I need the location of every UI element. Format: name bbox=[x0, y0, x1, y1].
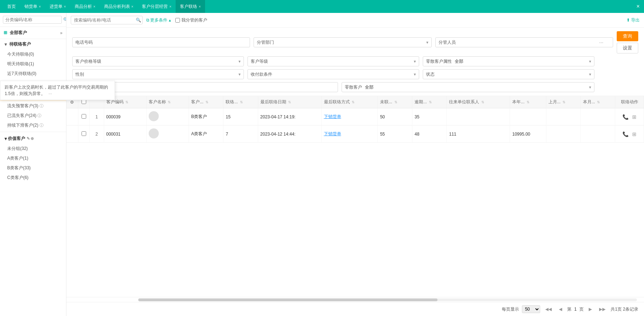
col-last-method-header[interactable]: 最后联络方式 ⇅ bbox=[321, 96, 378, 108]
window-close-icon[interactable]: × bbox=[636, 3, 640, 10]
my-customers-checkbox-wrap[interactable]: 我分管的客户 bbox=[175, 17, 207, 23]
row1-select-checkbox[interactable] bbox=[82, 114, 86, 119]
col-name-header[interactable]: 客户名称 ⇅ bbox=[146, 96, 189, 108]
sidebar-search-input[interactable] bbox=[3, 16, 62, 24]
col-last-month-header[interactable]: 上月... ⇅ bbox=[546, 96, 580, 108]
nav-customer-segment[interactable]: 客户分层经营 × bbox=[138, 0, 176, 13]
sidebar-item-7days[interactable]: 近7天待联络(0) bbox=[0, 69, 66, 79]
sidebar-item-class-c[interactable]: C类客户(6) bbox=[0, 173, 66, 183]
next-page-btn[interactable]: ▶ bbox=[587, 306, 594, 312]
col-overdue-header[interactable]: 逾期... ⇅ bbox=[412, 96, 447, 108]
add-icon[interactable]: ⊕ bbox=[31, 136, 34, 141]
info-icon-3[interactable]: ⓘ bbox=[37, 113, 41, 118]
sidebar-search-icon[interactable]: 🔍 bbox=[63, 17, 66, 22]
nav-product-analysis[interactable]: 商品分析 × bbox=[70, 0, 100, 13]
row2-checkbox[interactable] bbox=[78, 126, 89, 143]
col-date-sort-icon[interactable]: ⇅ bbox=[288, 100, 291, 104]
col-unit-sort-icon[interactable]: ⇅ bbox=[481, 100, 484, 104]
nav-purchase-close[interactable]: × bbox=[64, 5, 66, 9]
row2-more-icon[interactable]: ⊞ bbox=[632, 131, 636, 137]
payment-field[interactable]: 收付款条件 ▼ bbox=[247, 69, 419, 79]
arrow-down-icon: ▼ bbox=[4, 42, 8, 47]
col-thismonth-sort-icon[interactable]: ⇅ bbox=[597, 100, 600, 104]
manager-field[interactable]: 分管人员 ··· bbox=[435, 37, 613, 47]
row1-more-icon[interactable]: ⊞ bbox=[632, 114, 636, 120]
sidebar-item-tomorrow[interactable]: 明天待联络(1) bbox=[0, 59, 66, 69]
row2-last-method[interactable]: 下销货单 bbox=[321, 126, 378, 143]
sidebar-collapse-icon[interactable]: » bbox=[60, 30, 62, 36]
sidebar-item-churn-warning[interactable]: 流失预警客户(3) ⓘ bbox=[0, 101, 66, 111]
retail-customer-field[interactable]: 零散客户 全部 ▼ bbox=[342, 82, 594, 92]
sidebar-item-churned[interactable]: 已流失客户(24) ⓘ bbox=[0, 111, 66, 121]
nav-home[interactable]: 首页 bbox=[3, 0, 20, 13]
col-uncontacted-sort-icon[interactable]: ⇅ bbox=[394, 100, 397, 104]
nav-product-analysis-list[interactable]: 商品分析列表 × bbox=[100, 0, 138, 13]
per-page-select[interactable]: 50 20 100 bbox=[522, 305, 540, 313]
info-icon-4[interactable]: ⓘ bbox=[40, 123, 43, 128]
nav-purchase[interactable]: 进货单 × bbox=[45, 0, 70, 13]
price-level-field[interactable]: 客户价格等级 ▼ bbox=[72, 56, 244, 66]
col-count-sort-icon[interactable]: ⇅ bbox=[240, 100, 243, 104]
col-contact-count-header[interactable]: 联络... ⇅ bbox=[223, 96, 258, 108]
nav-sales-close[interactable]: × bbox=[39, 5, 41, 9]
sidebar-group-value[interactable]: ▼ 价值客户 ✎ ⊕ bbox=[0, 133, 66, 144]
manager-dots-icon[interactable]: ··· bbox=[599, 39, 603, 45]
col-lastmonth-sort-icon[interactable]: ⇅ bbox=[562, 100, 565, 104]
h-scrollbar-thumb[interactable] bbox=[138, 298, 437, 301]
nav-customer-contact[interactable]: 客户联络 × bbox=[176, 0, 205, 13]
sidebar-group-pending[interactable]: ▼ 待联络客户 bbox=[0, 39, 66, 49]
gender-field[interactable]: 性别 ▼ bbox=[72, 69, 244, 79]
col-overdue-sort-icon[interactable]: ⇅ bbox=[429, 100, 432, 104]
nav-segment-close[interactable]: × bbox=[169, 5, 171, 9]
row1-num: 1 bbox=[89, 108, 104, 126]
first-page-btn[interactable]: ◀◀ bbox=[543, 306, 554, 312]
edit-icon[interactable]: ✎ bbox=[27, 136, 30, 141]
filter-bar: 🔍 ⧉ 更多条件 ▲ 我分管的客户 ⬆ 导出 bbox=[66, 13, 644, 28]
col-year-sort-icon[interactable]: ⇅ bbox=[527, 100, 529, 104]
nav-sales[interactable]: 销货单 × bbox=[20, 0, 45, 13]
export-btn[interactable]: ⬆ 导出 bbox=[626, 17, 640, 23]
query-button[interactable]: 查询 bbox=[617, 31, 638, 41]
col-code-sort-icon[interactable]: ⇅ bbox=[125, 100, 128, 104]
col-method-sort-icon[interactable]: ⇅ bbox=[352, 100, 355, 104]
tooltip-more-icon[interactable]: ··· bbox=[48, 91, 52, 96]
col-type-header[interactable]: 客户... ⇅ bbox=[189, 96, 223, 108]
last-page-btn[interactable]: ▶▶ bbox=[597, 306, 608, 312]
main-search-icon[interactable]: 🔍 bbox=[136, 18, 141, 23]
sidebar-item-today[interactable]: 今天待联络(0) bbox=[0, 49, 66, 59]
row2-actions: 📞 ⊞ bbox=[615, 126, 644, 143]
row1-phone-icon[interactable]: 📞 bbox=[622, 114, 629, 120]
row2-select-checkbox[interactable] bbox=[82, 131, 86, 136]
more-conditions-btn[interactable]: ⧉ 更多条件 ▲ bbox=[146, 17, 172, 23]
col-uncontacted-header[interactable]: 未联... ⇅ bbox=[378, 96, 412, 108]
col-last-date-header[interactable]: 最后联络日期 ⇅ bbox=[258, 96, 321, 108]
customer-type-field[interactable]: 客户类型 bbox=[85, 82, 338, 92]
status-field[interactable]: 状态 ▼ bbox=[423, 69, 594, 79]
sidebar-item-class-a[interactable]: A类客户(1) bbox=[0, 154, 66, 163]
phone-field[interactable]: 电话号码 bbox=[72, 37, 250, 47]
customer-level-field[interactable]: 客户等级 ▼ bbox=[247, 56, 419, 66]
main-search-input[interactable] bbox=[71, 16, 143, 24]
info-icon-2[interactable]: ⓘ bbox=[40, 103, 43, 109]
sidebar-all-customers[interactable]: ⊞ 全部客户 » bbox=[0, 27, 66, 39]
nav-product-analysis-close[interactable]: × bbox=[93, 5, 96, 9]
sidebar-item-declining[interactable]: 持续下滑客户(2) ⓘ bbox=[0, 121, 66, 130]
h-scrollbar[interactable] bbox=[66, 297, 644, 302]
row1-last-method[interactable]: 下销货单 bbox=[321, 108, 378, 126]
col-type-sort-icon[interactable]: ⇅ bbox=[205, 100, 208, 104]
row2-phone-icon[interactable]: 📞 bbox=[622, 131, 629, 137]
prev-page-btn[interactable]: ◀ bbox=[557, 306, 564, 312]
settings-button[interactable]: 设置 bbox=[617, 43, 638, 53]
row1-checkbox[interactable] bbox=[78, 108, 89, 126]
my-customers-checkbox[interactable] bbox=[175, 18, 180, 23]
nav-product-list-close[interactable]: × bbox=[131, 5, 134, 9]
sidebar-item-ungrouped[interactable]: 未分组(32) bbox=[0, 144, 66, 154]
nav-contact-close[interactable]: × bbox=[199, 5, 201, 9]
col-this-month-header[interactable]: 本月... ⇅ bbox=[580, 96, 615, 108]
col-unit-contact-header[interactable]: 往来单位联系人 ⇅ bbox=[447, 96, 510, 108]
col-current-year-header[interactable]: 本年... ⇅ bbox=[510, 96, 546, 108]
dept-field[interactable]: 分管部门 ▼ bbox=[254, 37, 431, 47]
sidebar-item-class-b[interactable]: B类客户(33) bbox=[0, 163, 66, 173]
col-name-sort-icon[interactable]: ⇅ bbox=[168, 100, 171, 104]
retail-attr-field[interactable]: 零散客户属性 全部 ▼ bbox=[423, 56, 594, 66]
